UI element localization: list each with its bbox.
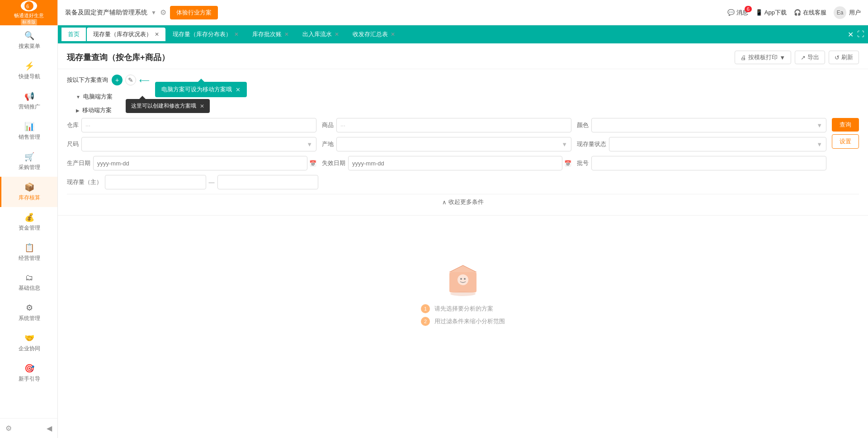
sidebar-bottom: ⚙ ◀ (0, 418, 57, 438)
tab-close-icon[interactable]: ✕ (391, 31, 395, 38)
edit-tooltip-close[interactable]: ✕ (200, 103, 204, 109)
batch-label: 批号 (577, 159, 589, 167)
printer-icon: 🖨 (741, 54, 746, 61)
header-right: 💬 消息 6 📱 App下载 🎧 在线客服 Ea 用户 (727, 6, 861, 19)
logo-text: 畅通道好生意 (14, 12, 44, 19)
dots-icon: ··· (85, 122, 90, 129)
tab-close-icon[interactable]: ✕ (234, 31, 239, 38)
tab-fullscreen-icon[interactable]: ⛶ (857, 30, 864, 38)
tab-stock-dist[interactable]: 现存量（库存分布表） ✕ (166, 28, 245, 41)
sidebar-item-sales[interactable]: 📊 销售管理 (0, 116, 57, 146)
scheme-group-mobile-label: 移动端方案 (82, 106, 112, 114)
add-scheme-button[interactable]: + (112, 75, 123, 85)
set-button[interactable]: 设置 (832, 134, 859, 149)
svg-point-7 (460, 278, 462, 280)
message-button[interactable]: 💬 消息 6 (727, 9, 748, 17)
tab-label: 现存量（库存分布表） (173, 30, 231, 38)
calendar-icon: 📅 (309, 160, 316, 167)
color-label: 颜色 (577, 121, 589, 129)
basic-icon: 🗂 (25, 273, 33, 283)
back-button[interactable]: ⟵ (139, 75, 150, 85)
stock-status-select[interactable]: ▼ (609, 137, 826, 151)
filter-cell-stock-status: 现存量状态 ▼ (577, 137, 826, 151)
export-icon: ↗ (801, 54, 806, 61)
print-button[interactable]: 🖨 按模板打印 ▼ (735, 51, 791, 64)
sidebar-item-enterprise[interactable]: 🤝 企业协同 (0, 328, 57, 358)
filter-grid: 仓库 ··· 商品 ··· 颜色 (67, 118, 826, 194)
page-title: 现存量查询（按仓库+商品） (67, 52, 170, 63)
service-label: 在线客服 (803, 9, 826, 17)
scheme-popup-close[interactable]: ✕ (236, 86, 241, 93)
stock-qty-min-input[interactable] (105, 175, 206, 189)
empty-steps: 1 请先选择要分析的方案 2 用过滤条件来缩小分析范围 (421, 304, 505, 326)
marketing-icon: 📢 (24, 91, 34, 101)
sidebar-item-purchase[interactable]: 🛒 采购管理 (0, 146, 57, 177)
sidebar-item-quick-nav[interactable]: ⚡ 快捷导航 (0, 56, 57, 86)
filter-btn-area: 查询 设置 (832, 118, 859, 149)
message-icon: 💬 (727, 9, 735, 16)
sidebar-item-marketing[interactable]: 📢 营销推广 (0, 86, 57, 116)
sidebar-item-finance[interactable]: 💰 资金管理 (0, 207, 57, 237)
collapse-sidebar-icon[interactable]: ◀ (47, 424, 52, 433)
tab-label: 出入库流水 (302, 30, 332, 38)
edit-scheme-button[interactable]: ✎ (125, 75, 136, 85)
tab-close-icon[interactable]: ✕ (284, 31, 289, 38)
trial-button[interactable]: 体验行业方案 (170, 6, 218, 19)
tab-extra-actions: ✕ ⛶ (848, 30, 864, 39)
logo-badge: 标准版 (21, 19, 37, 25)
sidebar-item-basic[interactable]: 🗂 基础信息 (0, 268, 57, 297)
finance-icon: 💰 (24, 212, 34, 222)
tab-batch-account[interactable]: 库存批次账 ✕ (246, 28, 295, 41)
warehouse-select[interactable]: ··· (81, 118, 316, 132)
search-button[interactable]: 查询 (832, 118, 859, 132)
tab-stock-status[interactable]: 现存量（库存状况表） ✕ (87, 28, 165, 41)
sidebar-item-search-menu[interactable]: 🔍 搜索菜单 (0, 25, 57, 56)
size-select[interactable]: ▼ (81, 137, 316, 151)
user-menu[interactable]: Ea 用户 (834, 6, 861, 19)
collapse-bar[interactable]: ∧ 收起更多条件 (67, 194, 859, 210)
sidebar-item-label: 搜索菜单 (19, 42, 40, 50)
tab-close-all-icon[interactable]: ✕ (848, 30, 854, 39)
size-label: 尺码 (67, 140, 79, 148)
tab-home[interactable]: 首页 (61, 28, 86, 41)
home-tab-label: 首页 (68, 30, 80, 38)
sidebar-item-guide[interactable]: 🎯 新手引导 (0, 358, 57, 388)
expire-date-start-input[interactable] (348, 156, 562, 170)
online-service-button[interactable]: 🎧 在线客服 (794, 9, 826, 17)
export-button[interactable]: ↗ 导出 (795, 51, 825, 64)
empty-step-1: 1 请先选择要分析的方案 (421, 304, 505, 313)
batch-input[interactable] (591, 156, 826, 170)
filter-header: 按以下方案查询 + ✎ ⟵ 电脑方案可设为移动方案哦 ✕ (67, 75, 859, 85)
sidebar-item-system[interactable]: ⚙ 系统管理 (0, 297, 57, 328)
app-download-button[interactable]: 📱 App下载 (755, 9, 787, 17)
filter-cell-origin: 产地 ▼ (322, 137, 571, 151)
stock-qty-max-input[interactable] (217, 175, 319, 189)
expire-date-label: 失效日期 (322, 159, 345, 167)
settings-icon[interactable]: ⚙ (5, 424, 12, 433)
tab-receipt-summary[interactable]: 收发存汇总表 ✕ (346, 28, 401, 41)
goods-select[interactable]: ··· (336, 118, 571, 132)
dots-icon: ··· (340, 122, 345, 129)
system-select-icon: ▼ (151, 9, 156, 16)
chevron-down-icon: ▼ (76, 94, 80, 99)
sales-icon: 📊 (24, 122, 34, 132)
sidebar-item-label: 快捷导航 (19, 73, 40, 80)
header-gear-icon[interactable]: ⚙ (160, 8, 166, 17)
step-2-num: 2 (421, 317, 430, 326)
sidebar-item-inventory[interactable]: 📦 库存核算 (0, 177, 57, 207)
tab-in-out-flow[interactable]: 出入库流水 ✕ (296, 28, 345, 41)
prod-date-start-input[interactable] (93, 156, 307, 170)
tab-close-icon[interactable]: ✕ (155, 31, 159, 38)
origin-select[interactable]: ▼ (336, 137, 571, 151)
guide-icon: 🎯 (24, 363, 34, 373)
arrow-down-icon: ▼ (816, 141, 822, 148)
color-select[interactable]: ▼ (591, 118, 826, 132)
edit-tooltip: 这里可以创建和修改方案哦 ✕ (126, 99, 210, 113)
tab-close-icon[interactable]: ✕ (335, 31, 339, 38)
filter-grid-container: 仓库 ··· 商品 ··· 颜色 (67, 118, 859, 194)
operations-icon: 📋 (24, 243, 34, 253)
page-header: 现存量查询（按仓库+商品） 🖨 按模板打印 ▼ ↗ 导出 ↺ 刷新 (58, 43, 868, 69)
sidebar-item-operations[interactable]: 📋 经营管理 (0, 237, 57, 268)
refresh-button[interactable]: ↺ 刷新 (829, 51, 859, 64)
phone-icon: 📱 (755, 9, 763, 16)
